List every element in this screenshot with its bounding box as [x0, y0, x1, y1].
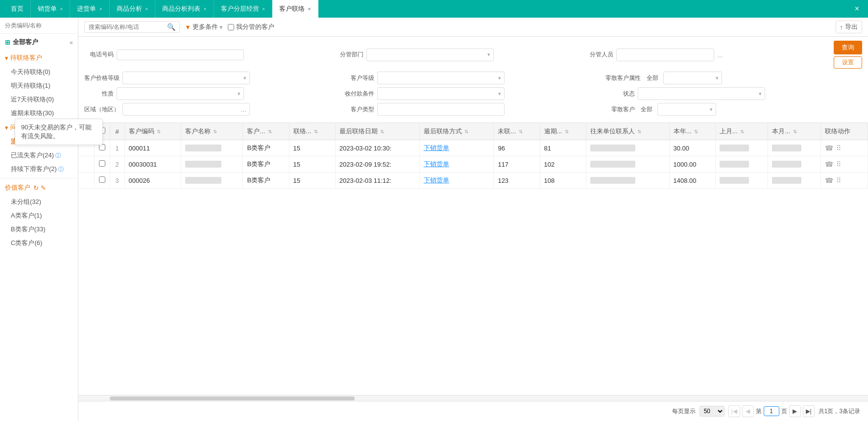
close-all-button[interactable]: ×: [850, 4, 864, 13]
person-more-icon[interactable]: ...: [717, 51, 723, 59]
sidebar-item-overdue[interactable]: 逾期未联络(30): [0, 106, 78, 120]
contact-icon[interactable]: ☎: [825, 144, 833, 152]
phone-input[interactable]: [117, 50, 244, 60]
dept-select[interactable]: ▾: [366, 49, 494, 61]
edit-icon[interactable]: ✎: [41, 184, 46, 192]
refresh-icon[interactable]: ↻: [33, 184, 39, 192]
col-overdue[interactable]: 逾期... ⇅: [540, 123, 586, 140]
contact-icon[interactable]: ☎: [825, 176, 833, 184]
prev-page-button[interactable]: ◀: [742, 405, 754, 417]
row-checkbox[interactable]: [99, 176, 105, 183]
person-select[interactable]: [616, 49, 714, 61]
sidebar-search-input[interactable]: [5, 22, 78, 29]
zero-customer-select[interactable]: ▾: [657, 103, 716, 116]
table-row: 1 000011 ████████ B类客户 15 2023-03-02 10:…: [78, 140, 868, 156]
contact-method-link[interactable]: 下销货单: [424, 144, 449, 151]
all-customers-header[interactable]: ⊞ 全部客户 «: [0, 34, 78, 50]
sidebar-item-churned[interactable]: 已流失客户(24) ⓘ: [0, 149, 78, 162]
row-last-month-cell: ██████: [715, 173, 768, 189]
zero-customer-field: 零散客户 全部 ▾: [605, 103, 862, 116]
sidebar-item-ungrouped[interactable]: 未分组(32): [0, 195, 78, 209]
more-actions-icon[interactable]: ⠿: [836, 160, 841, 168]
search-input[interactable]: [89, 24, 167, 30]
my-customers-filter: 我分管的客户: [228, 23, 274, 31]
per-page-select[interactable]: 50 100 200: [699, 406, 724, 417]
row-level-cell: B类客户: [243, 173, 289, 189]
sidebar-item-week[interactable]: 近7天待联络(0): [0, 93, 78, 106]
customer-level-chevron-icon: ▾: [498, 75, 501, 81]
export-button[interactable]: ↑ 导出: [836, 21, 863, 33]
page-number-input[interactable]: [764, 406, 779, 416]
tab-analysis-list[interactable]: 商品分析列表 ×: [155, 0, 214, 18]
region-label: 区域（地区）: [84, 105, 120, 114]
col-level[interactable]: 客户... ⇅: [243, 123, 289, 140]
tab-sales-close[interactable]: ×: [60, 6, 63, 12]
sidebar-item-c-class[interactable]: C类客户(6): [0, 236, 78, 250]
first-page-button[interactable]: |◀: [728, 405, 740, 417]
contact-method-link[interactable]: 下销货单: [424, 160, 449, 168]
blurred-unit-contact: ██████████: [590, 161, 635, 168]
tab-customer-segment[interactable]: 客户分层经营 ×: [214, 0, 272, 18]
col-last-month[interactable]: 上月... ⇅: [715, 123, 768, 140]
scroll-thumb[interactable]: [110, 396, 355, 400]
region-more-icon[interactable]: ...: [241, 105, 246, 113]
row-checkbox[interactable]: [99, 160, 105, 167]
contact-method-link[interactable]: 下销货单: [424, 176, 449, 184]
sidebar-item-b-class[interactable]: B类客户(33): [0, 223, 78, 236]
sort-icon: ⇅: [793, 129, 797, 134]
contact-icon[interactable]: ☎: [825, 160, 833, 168]
next-page-button[interactable]: ▶: [789, 405, 801, 417]
action-icons-container: ☎ ⠿: [825, 144, 864, 152]
col-name[interactable]: 客户名称 ⇅: [181, 123, 243, 140]
tab-analysis-list-close[interactable]: ×: [203, 6, 206, 12]
col-this-year[interactable]: 本年... ⇅: [669, 123, 715, 140]
col-last-contact-date[interactable]: 最后联络日期 ⇅: [335, 123, 419, 140]
page-unit: 页: [781, 407, 787, 416]
tab-analysis-close[interactable]: ×: [145, 6, 148, 12]
settings-button[interactable]: 设置: [834, 56, 862, 69]
phone-label: 电话号码: [84, 50, 114, 59]
query-button[interactable]: 查询: [834, 41, 862, 54]
row-action-cell: ☎ ⠿: [820, 156, 868, 173]
col-last-contact-method[interactable]: 最后联络方式 ⇅: [419, 123, 494, 140]
sidebar-item-a-class[interactable]: A类客户(1): [0, 209, 78, 223]
tab-customer-segment-close[interactable]: ×: [262, 6, 265, 12]
sidebar-item-today[interactable]: 今天待联络(0): [0, 65, 78, 79]
tab-customer-link-close[interactable]: ×: [308, 6, 311, 12]
tab-home[interactable]: 首页: [4, 0, 31, 18]
tab-sales[interactable]: 销货单 ×: [31, 0, 70, 18]
more-conditions-button[interactable]: ▼ 更多条件 ▾: [185, 23, 223, 31]
more-actions-icon[interactable]: ⠿: [836, 144, 841, 152]
last-page-button[interactable]: ▶|: [803, 405, 815, 417]
horizontal-scrollbar[interactable]: [78, 395, 868, 401]
col-this-month[interactable]: 本月... ⇅: [768, 123, 820, 140]
tab-analysis[interactable]: 商品分析 ×: [110, 0, 155, 18]
pagination-bar: 每页显示 50 100 200 |◀ ◀ 第 页 ▶ ▶| 共1页，3条记录: [78, 401, 868, 421]
customer-level-select[interactable]: ▾: [377, 72, 505, 84]
my-customers-checkbox[interactable]: [228, 24, 234, 30]
col-code[interactable]: 客户编码 ⇅: [124, 123, 181, 140]
payment-select[interactable]: ▾: [377, 87, 505, 100]
tab-customer-link[interactable]: 客户联络 ×: [272, 0, 318, 18]
sort-icon: ⇅: [740, 129, 744, 134]
tab-purchase-close[interactable]: ×: [99, 6, 102, 12]
tab-purchase[interactable]: 进货单 ×: [70, 0, 109, 18]
region-select[interactable]: ...: [122, 103, 250, 116]
price-level-select[interactable]: ▾: [122, 72, 250, 84]
sidebar-item-declining[interactable]: 持续下滑客户(2) ⓘ: [0, 162, 78, 176]
search-button[interactable]: 🔍: [167, 23, 175, 31]
col-not-contacted[interactable]: 未联... ⇅: [494, 123, 540, 140]
status-select[interactable]: ▾: [638, 87, 765, 100]
dept-label: 分管部门: [334, 50, 363, 59]
table-container: ⚙ # 客户编码 ⇅ 客户名称 ⇅: [78, 123, 868, 395]
zero-attr-select[interactable]: ▾: [663, 72, 722, 84]
sidebar-item-tomorrow[interactable]: 明天待联络(1): [0, 79, 78, 93]
col-unit-contact[interactable]: 往来单位联系人 ⇅: [586, 123, 669, 140]
nature-select[interactable]: ▾: [117, 87, 244, 100]
sort-icon: ⇅: [380, 129, 384, 134]
group-pending-contact[interactable]: ▾ 待联络客户: [0, 50, 78, 65]
col-contact[interactable]: 联络... ⇅: [289, 123, 335, 140]
more-actions-icon[interactable]: ⠿: [836, 176, 841, 184]
customer-type-select[interactable]: [377, 103, 505, 116]
row-contact-cell: 15: [289, 173, 335, 189]
